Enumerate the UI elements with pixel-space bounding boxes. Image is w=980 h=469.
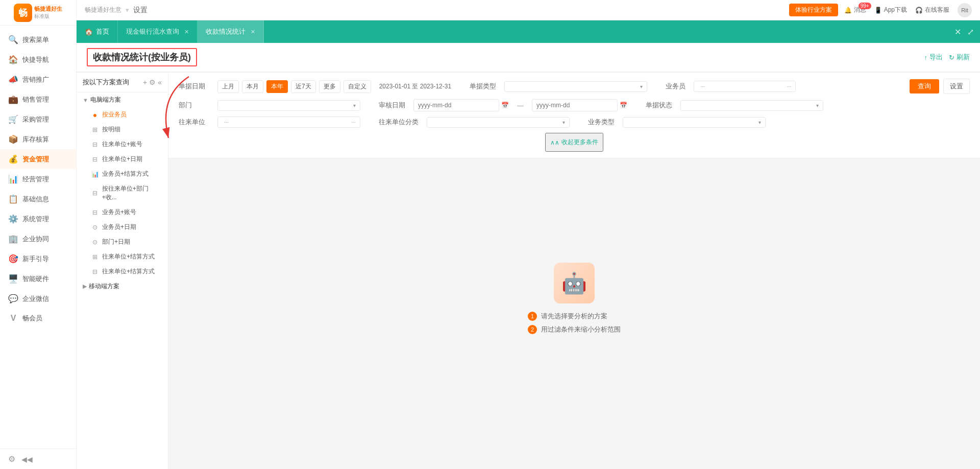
more-date-btn[interactable]: 更多 (319, 80, 340, 93)
scheme-collapse-button[interactable]: « (158, 78, 162, 86)
last-month-btn[interactable]: 上月 (217, 80, 239, 93)
sidebar-item-operation[interactable]: 📊 经营管理 (0, 169, 76, 189)
scheme-item-partner-account[interactable]: ⊟ 往来单位+账号 (77, 137, 168, 152)
query-button[interactable]: 查询 (910, 79, 939, 93)
scheme-category-pc[interactable]: ▼ 电脑端方案 (77, 92, 168, 107)
trial-button[interactable]: 体验行业方案 (789, 4, 838, 16)
sidebar-item-search[interactable]: 🔍 搜索菜单 (0, 30, 76, 50)
date-range-text: 2023-01-01 至 2023-12-31 (379, 82, 451, 91)
dept-select[interactable]: ▾ (217, 100, 360, 111)
operation-icon: 📊 (8, 174, 18, 184)
scheme-item-partner-dept-recv[interactable]: ⊟ 按往来单位+部门+收... (77, 181, 168, 205)
sidebar-item-quick-nav[interactable]: 🏠 快捷导航 (0, 50, 76, 69)
sidebar-item-marketing[interactable]: 📣 营销推广 (0, 69, 76, 89)
user-avatar[interactable]: Rit (958, 3, 972, 17)
window-close-icon[interactable]: ✕ (954, 27, 961, 37)
tab-bank-flow[interactable]: 现金银行流水查询 ✕ (118, 20, 198, 43)
scheme-settings-button[interactable]: ⚙ (149, 78, 156, 86)
sidebar-item-label: 资金管理 (22, 155, 49, 164)
partner-select[interactable]: ··· ··· (217, 116, 360, 128)
doc-type-select[interactable]: ▾ (504, 81, 647, 92)
settings-gear-btn[interactable]: 设置 (133, 6, 148, 15)
custom-date-btn[interactable]: 自定义 (344, 80, 371, 93)
sidebar-item-purchase[interactable]: 🛒 采购管理 (0, 109, 76, 129)
doc-status-select[interactable]: ▾ (680, 100, 823, 111)
sidebar-menu: 🔍 搜索菜单 🏠 快捷导航 📣 营销推广 💼 销售管理 🛒 采购管理 📦 库存核… (0, 26, 76, 449)
main-wrapper: 畅捷通好生意 ▾ 设置 体验行业方案 🔔 消息 99+ 📱 App下载 🎧 在线… (77, 0, 980, 469)
review-date-group: 审核日期 (379, 101, 405, 110)
message-button[interactable]: 🔔 消息 99+ (844, 6, 866, 14)
tab-bank-flow-label: 现金银行流水查询 (126, 27, 179, 36)
sidebar-item-wechat[interactable]: 💬 企业微信 (0, 289, 76, 309)
this-month-btn[interactable]: 本月 (242, 80, 263, 93)
scheme-add-button[interactable]: + (143, 78, 147, 86)
this-year-btn[interactable]: 本年 (266, 80, 288, 93)
review-date-from-input[interactable] (413, 99, 499, 111)
sidebar-item-sales[interactable]: 💼 销售管理 (0, 89, 76, 109)
sidebar-item-inventory[interactable]: 📦 库存核算 (0, 129, 76, 149)
partner-label: 往来单位 (179, 118, 209, 127)
empty-hint-1: 1 请先选择要分析的方案 (528, 312, 621, 321)
sidebar-item-basic-info[interactable]: 📋 基础信息 (0, 189, 76, 209)
tab-bank-flow-close[interactable]: ✕ (184, 29, 189, 35)
sidebar: 畅 畅捷通好生 标准版 🔍 搜索菜单 🏠 快捷导航 📣 营销推广 💼 销售管理 … (0, 0, 77, 469)
sales-icon: 💼 (8, 95, 18, 104)
export-label: 导出 (929, 53, 943, 62)
sidebar-item-label: 畅会员 (22, 314, 42, 323)
review-date-from-calendar-icon[interactable]: 📅 (501, 102, 509, 109)
filter-settings-button[interactable]: 设置 (943, 79, 970, 94)
sidebar-item-finance[interactable]: 💰 资金管理 (0, 149, 76, 169)
scheme-item-salesman-date[interactable]: ⊙ 业务员+日期 (77, 220, 168, 235)
doc-status-group: 单据状态 (646, 101, 672, 110)
sidebar-item-enterprise[interactable]: 🏢 企业协同 (0, 229, 76, 249)
online-service-button[interactable]: 🎧 在线客服 (915, 6, 949, 14)
biz-type-group: 业务类型 (588, 118, 615, 127)
dept-date-icon: ⊙ (91, 239, 99, 246)
partner-date-icon: ⊟ (91, 156, 99, 163)
scheme-item-partner-date[interactable]: ⊟ 往来单位+日期 (77, 152, 168, 167)
tab-bar-right: ✕ ⤢ (948, 20, 980, 43)
filter-row-2: 部门 ▾ 审核日期 📅 — 📅 (179, 99, 970, 111)
scheme-item-by-detail[interactable]: ⊞ 按明细 (77, 122, 168, 137)
collapse-label: 收起更多条件 (561, 138, 598, 147)
scheme-item-partner-settle2[interactable]: ⊟ 往来单位+结算方式 (77, 264, 168, 279)
biz-type-select[interactable]: ▾ (623, 117, 766, 128)
app-logo-icon: 畅 (14, 4, 32, 22)
window-maximize-icon[interactable]: ⤢ (967, 27, 974, 37)
scheme-item-partner-settle1[interactable]: ⊞ 往来单位+结算方式 (77, 249, 168, 264)
app-download-button[interactable]: 📱 App下载 (874, 6, 907, 14)
salesman-label: 业务员 (666, 82, 685, 90)
tab-receipt-stats[interactable]: 收款情况统计 ✕ (198, 20, 264, 43)
tab-receipt-stats-close[interactable]: ✕ (251, 29, 255, 35)
scheme-item-salesman-account[interactable]: ⊟ 业务员+账号 (77, 205, 168, 220)
review-date-to-input[interactable] (532, 99, 618, 111)
review-date-to-group: 📅 (532, 99, 627, 111)
last-7days-btn[interactable]: 近7天 (291, 80, 316, 93)
partner-more-icon[interactable]: ··· (224, 119, 229, 125)
message-badge: 99+ (859, 3, 871, 9)
sidebar-item-vip[interactable]: V 畅会员 (0, 309, 76, 328)
app-download-label: App下载 (884, 6, 907, 14)
salesman-select[interactable]: ··· ··· (694, 81, 796, 92)
refresh-button[interactable]: ↻ 刷新 (949, 53, 970, 62)
wechat-icon: 💬 (8, 294, 18, 303)
sidebar-settings-icon[interactable]: ⚙ (8, 454, 15, 464)
sidebar-item-system[interactable]: ⚙️ 系统管理 (0, 209, 76, 229)
scheme-item-by-salesman[interactable]: ● 按业务员 (77, 107, 168, 122)
system-icon: ⚙️ (8, 214, 18, 224)
collapse-more-button[interactable]: ∧∧ 收起更多条件 (545, 133, 603, 152)
scheme-item-dept-date[interactable]: ⊙ 部门+日期 (77, 235, 168, 249)
scheme-category-mobile[interactable]: ▶ 移动端方案 (77, 279, 168, 294)
tab-home[interactable]: 🏠 首页 (77, 20, 118, 43)
scheme-list: ▼ 电脑端方案 ● 按业务员 ⊞ 按明细 ⊟ 往来单位+账号 ⊟ (77, 92, 168, 469)
partner-category-label: 往来单位分类 (379, 118, 419, 126)
salesman-more-icon[interactable]: ··· (700, 83, 705, 89)
sidebar-item-guide[interactable]: 🎯 新手引导 (0, 249, 76, 269)
sidebar-collapse-icon[interactable]: ◀◀ (21, 455, 33, 463)
sidebar-item-hardware[interactable]: 🖥️ 智能硬件 (0, 269, 76, 289)
partner-category-select[interactable]: ▾ (427, 117, 570, 128)
review-date-to-calendar-icon[interactable]: 📅 (620, 102, 627, 109)
export-button[interactable]: ↑ 导出 (924, 53, 943, 62)
scheme-item-salesman-settle[interactable]: 📊 业务员+结算方式 (77, 167, 168, 181)
scheme-item-label: 业务员+日期 (102, 223, 136, 231)
